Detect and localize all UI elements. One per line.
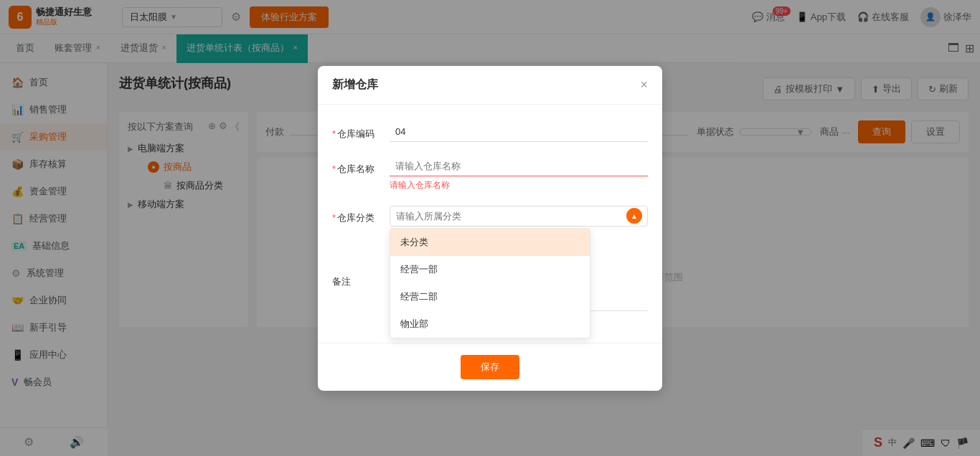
code-label: *仓库编码 <box>332 122 390 141</box>
save-button[interactable]: 保存 <box>461 355 519 379</box>
category-row: *仓库分类 ▲ 未分类 经营一部 经营二部 物业部 <box>332 206 648 227</box>
name-error-text: 请输入仓库名称 <box>390 180 450 190</box>
code-input[interactable] <box>390 122 648 142</box>
chevron-up-icon[interactable]: ▲ <box>626 208 642 224</box>
name-row: *仓库名称 请输入仓库名称 <box>332 156 648 191</box>
category-dropdown: 未分类 经营一部 经营二部 物业部 <box>390 228 590 338</box>
category-wrapper: ▲ 未分类 经营一部 经营二部 物业部 <box>390 206 648 227</box>
name-label: *仓库名称 <box>332 157 390 176</box>
name-input[interactable] <box>390 156 648 176</box>
dialog-header: 新增仓库 × <box>318 66 662 105</box>
dialog-body: *仓库编码 *仓库名称 请输入仓库名称 *仓库分类 <box>318 105 662 343</box>
code-row: *仓库编码 <box>332 122 648 142</box>
add-warehouse-dialog: 新增仓库 × *仓库编码 *仓库名称 请输入仓库名称 <box>318 66 662 391</box>
modal-overlay: 新增仓库 × *仓库编码 *仓库名称 请输入仓库名称 <box>0 0 980 456</box>
dialog-title: 新增仓库 <box>332 77 378 92</box>
dropdown-item-uncategorized[interactable]: 未分类 <box>390 229 590 256</box>
dialog-footer: 保存 <box>318 343 662 391</box>
dropdown-item-dept3[interactable]: 物业部 <box>390 310 590 338</box>
close-icon[interactable]: × <box>640 77 648 92</box>
dropdown-item-dept2[interactable]: 经营二部 <box>390 283 590 310</box>
category-label: *仓库分类 <box>332 206 390 224</box>
category-input[interactable] <box>390 206 648 227</box>
note-label: 备注 <box>332 270 390 288</box>
dropdown-item-dept1[interactable]: 经营一部 <box>390 256 590 283</box>
